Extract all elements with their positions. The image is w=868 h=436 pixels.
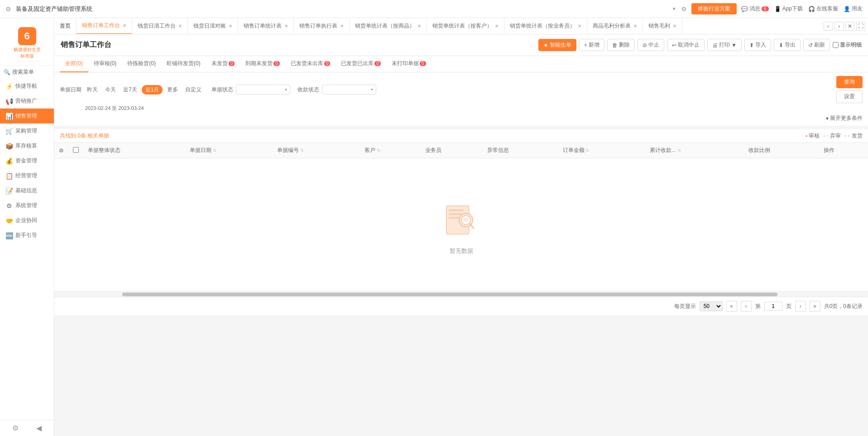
- subtab-shipped-not-out[interactable]: 已发货未出库 0: [285, 56, 336, 72]
- sidebar-item-quick-nav[interactable]: ⚡ 快捷导航: [0, 79, 54, 94]
- subtab-wangpu[interactable]: 旺铺待发货(0): [161, 56, 206, 72]
- tab-close-all[interactable]: ✕: [845, 22, 854, 31]
- subtab-not-printed[interactable]: 未打印单据 0: [386, 56, 432, 72]
- sidebar-item-sales[interactable]: 📊 销售管理: [0, 109, 54, 123]
- refresh-btn[interactable]: ↺ 刷新: [803, 39, 830, 51]
- tab-close-stats-customer[interactable]: ✕: [495, 24, 499, 28]
- th-setting[interactable]: ⚙: [54, 143, 68, 158]
- sidebar-item-finance[interactable]: 💰 资金管理: [0, 153, 54, 168]
- sidebar-item-system[interactable]: ⚙ 系统管理: [0, 198, 54, 213]
- date-opt-custom[interactable]: 自定义: [182, 85, 204, 95]
- tab-home[interactable]: 首页: [54, 18, 77, 34]
- show-detail-checkbox[interactable]: [833, 42, 839, 48]
- tab-close-margin[interactable]: ✕: [633, 24, 637, 28]
- prev-page-btn[interactable]: ‹: [741, 301, 752, 312]
- industry-btn[interactable]: 体验行业方案: [691, 3, 737, 14]
- subtab-not-shipped[interactable]: 未发货 0: [206, 56, 240, 72]
- tab-sales-stats-product[interactable]: 销货单统计表（按商品） ✕: [350, 18, 427, 34]
- page-input[interactable]: [764, 302, 782, 311]
- search-menu-btn[interactable]: 🔍 搜索菜单: [0, 66, 54, 79]
- tab-cash-reconcile[interactable]: 钱货日清对账 ✕: [188, 18, 238, 34]
- last-page-btn[interactable]: »: [810, 301, 820, 312]
- cancel-audit-btn[interactable]: ● 弃审: [823, 132, 841, 140]
- online-service-btn[interactable]: 🎧 在线客服: [808, 5, 838, 13]
- th-amount[interactable]: 订单金额: [558, 143, 646, 158]
- tab-sales-stats-staff[interactable]: 销货单统计表（按业务员） ✕: [504, 18, 587, 34]
- add-btn[interactable]: + 新增: [579, 39, 604, 51]
- sidebar-item-basic-info[interactable]: 📝 基础信息: [0, 183, 54, 198]
- query-btn[interactable]: 查询: [836, 76, 863, 88]
- tab-close-cash-daily[interactable]: ✕: [178, 24, 182, 28]
- tab-close-cash-reconcile[interactable]: ✕: [229, 24, 232, 28]
- user-btn[interactable]: 👤 用友: [844, 5, 863, 13]
- subtab-shipped-out[interactable]: 已发货已出库 0: [336, 56, 386, 72]
- th-date[interactable]: 单据日期: [185, 143, 273, 158]
- tab-scroll-right[interactable]: ›: [834, 22, 844, 31]
- tab-close-stats-staff[interactable]: ✕: [578, 24, 581, 28]
- ship-action-btn[interactable]: ● 发货: [844, 132, 863, 140]
- next-page-btn[interactable]: ›: [795, 301, 806, 312]
- collapse-icon[interactable]: ◀: [36, 424, 42, 432]
- delete-btn[interactable]: 🗑 删除: [607, 39, 635, 51]
- sidebar-item-marketing[interactable]: 📢 营销推广: [0, 94, 54, 109]
- sidebar-item-purchase[interactable]: 🛒 采购管理: [0, 123, 54, 138]
- date-opt-1month[interactable]: 近1月: [142, 85, 163, 95]
- th-customer[interactable]: 客户: [360, 143, 421, 158]
- sidebar-item-operations[interactable]: 📋 经营管理: [0, 168, 54, 183]
- tab-close-sales-stats[interactable]: ✕: [284, 24, 288, 28]
- tab-cash-daily[interactable]: 钱货日清工作台 ✕: [132, 18, 188, 34]
- print-btn[interactable]: 🖨 打印 ▼: [707, 39, 742, 51]
- app-download-btn[interactable]: 📱 App下载: [774, 5, 803, 13]
- import-btn[interactable]: ⬆ 导入: [744, 39, 771, 51]
- select-all-checkbox[interactable]: [73, 147, 79, 153]
- th-checkbox[interactable]: [68, 143, 83, 158]
- tab-sales-exec[interactable]: 销售订单执行表 ✕: [294, 18, 350, 34]
- message-btn[interactable]: 💬 消息 6: [741, 5, 769, 13]
- tab-scroll-left[interactable]: ‹: [824, 22, 833, 31]
- tab-close-sales-exec[interactable]: ✕: [340, 24, 344, 28]
- cancel-stop-btn[interactable]: ↩ 取消中止: [667, 39, 705, 51]
- table-scroll[interactable]: ⚙ 单据整体状态 单据日期 单据编号 客户 业务员: [54, 143, 868, 291]
- tab-sales-workbench[interactable]: 销售订单工作台 ✕: [77, 18, 132, 34]
- date-opt-today[interactable]: 今天: [102, 85, 119, 95]
- dropdown-icon[interactable]: ▼: [672, 6, 676, 11]
- tab-sales-profit[interactable]: 销售毛利 ✕: [643, 18, 682, 34]
- tab-sales-stats[interactable]: 销售订单统计表 ✕: [238, 18, 294, 34]
- settings-btn[interactable]: 设置: [836, 90, 863, 103]
- date-opt-more[interactable]: 更多: [164, 85, 181, 95]
- subtab-expired-not-shipped[interactable]: 到期未发货 0: [240, 56, 285, 72]
- tab-sales-stats-customer[interactable]: 销货单统计表（按客户） ✕: [427, 18, 504, 34]
- expand-btn[interactable]: ▾ 展开更多条件: [826, 114, 863, 122]
- tab-fullscreen[interactable]: ⛶: [856, 22, 865, 31]
- subtab-pending-review[interactable]: 待审核(0): [88, 56, 122, 72]
- empty-state: 暂无数据: [54, 158, 868, 291]
- sidebar-item-enterprise[interactable]: 🤝 企业协同: [0, 213, 54, 228]
- audit-action-btn[interactable]: 审核: [806, 132, 820, 140]
- th-received[interactable]: 累计收款...: [645, 143, 743, 158]
- settings-bottom-icon[interactable]: ⚙: [12, 424, 19, 432]
- subtab-all[interactable]: 全部(0): [60, 56, 88, 72]
- stop-btn[interactable]: ⊘ 中止: [638, 39, 664, 51]
- tab-close-stats-product[interactable]: ✕: [417, 24, 421, 28]
- tab-margin-analysis[interactable]: 商品毛利分析表 ✕: [587, 18, 643, 34]
- page-size-select[interactable]: 50 100 200: [700, 301, 723, 311]
- payment-select[interactable]: [322, 85, 376, 95]
- date-opt-7days[interactable]: 近7天: [120, 85, 140, 95]
- settings-icon[interactable]: ⚙: [681, 5, 687, 13]
- date-filter: 单据日期 昨天 今天 近7天 近1月 更多 自定义: [60, 85, 204, 95]
- tab-close-sales-workbench[interactable]: ✕: [123, 23, 126, 28]
- status-select[interactable]: [236, 85, 290, 95]
- smart-create-btn[interactable]: ★ 智能生单: [538, 39, 576, 51]
- h-scrollbar[interactable]: [54, 291, 868, 297]
- h-scrollbar-thumb[interactable]: [122, 293, 777, 296]
- export-btn[interactable]: ⬇ 导出: [774, 39, 801, 51]
- sidebar-item-guide[interactable]: 🆕 新手引导: [0, 228, 54, 243]
- sidebar-item-inventory[interactable]: 📦 库存核算: [0, 138, 54, 153]
- th-number[interactable]: 单据编号: [273, 143, 360, 158]
- subtab-pending-check[interactable]: 待拣验货(0): [122, 56, 161, 72]
- date-opt-yesterday[interactable]: 昨天: [84, 85, 101, 95]
- tab-close-profit[interactable]: ✕: [673, 24, 676, 28]
- show-detail-label[interactable]: 显示明细: [833, 41, 862, 49]
- column-setting-icon[interactable]: ⚙: [59, 147, 64, 154]
- first-page-btn[interactable]: «: [726, 301, 737, 312]
